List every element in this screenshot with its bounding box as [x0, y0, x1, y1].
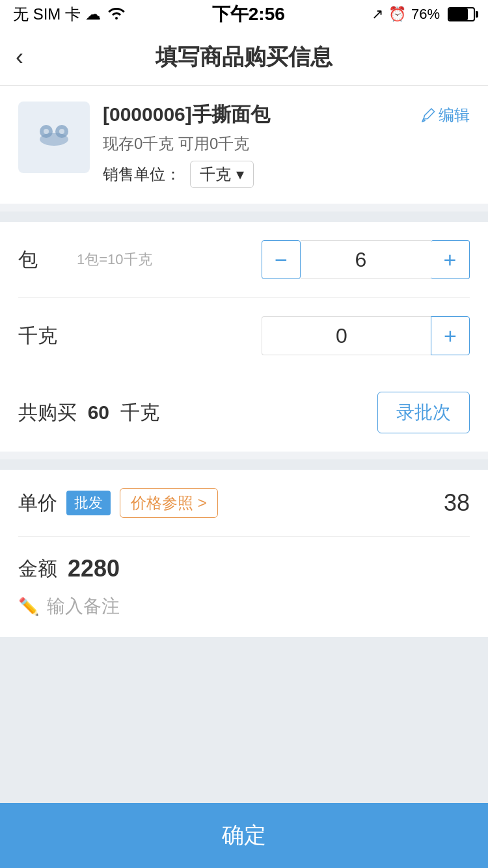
status-left: 无 SIM 卡 ☁ [13, 4, 126, 25]
product-unit-row: 销售单位： 千克 ▾ [103, 161, 470, 188]
unit-label: 销售单位： [103, 164, 181, 185]
remark-icon: ✏️ [18, 597, 39, 617]
amount-label: 金额 [18, 556, 57, 582]
amount-value: 2280 [68, 555, 120, 582]
svg-point-4 [59, 129, 64, 134]
status-right: ↗ ⏰ 76% [372, 6, 475, 23]
edit-label: 编辑 [439, 105, 470, 126]
product-thumbnail [18, 102, 90, 173]
input-section: 包 1包=10千克 − + 千克 + [0, 222, 488, 373]
nav-bar: ‹ 填写商品购买信息 [0, 29, 488, 86]
amount-row: 金额 2280 [18, 555, 470, 582]
remark-row[interactable]: ✏️ 输入备注 [18, 594, 470, 619]
amount-section: 金额 2280 ✏️ 输入备注 [0, 537, 488, 637]
unit-select[interactable]: 千克 ▾ [190, 161, 254, 188]
price-row: 单价 批发 价格参照 > 38 [18, 488, 470, 537]
bao-hint: 1包=10千克 [77, 250, 262, 269]
svg-point-2 [40, 133, 68, 146]
page-title: 填写商品购买信息 [156, 42, 332, 72]
alarm-icon: ⏰ [388, 6, 406, 23]
total-text: 共购买 60 千克 [18, 400, 159, 426]
total-label: 共购买 [18, 401, 77, 423]
wifi-icon [107, 5, 126, 23]
kg-plus-button[interactable]: + [431, 316, 470, 355]
sim-label: 无 SIM 卡 ☁ [13, 4, 101, 25]
total-row: 共购买 60 千克 录批次 [0, 373, 488, 452]
total-unit: 千克 [120, 401, 159, 423]
bao-label: 包 [18, 247, 70, 273]
kg-input-row: 千克 + [18, 298, 470, 373]
remark-placeholder: 输入备注 [47, 594, 120, 619]
price-label: 单价 [18, 490, 57, 517]
battery-percent: 76% [411, 6, 440, 23]
bao-minus-button[interactable]: − [262, 240, 301, 279]
confirm-label: 确定 [222, 821, 266, 850]
dropdown-icon: ▾ [236, 165, 244, 183]
batch-button[interactable]: 录批次 [377, 392, 470, 433]
unit-value: 千克 [200, 164, 231, 185]
total-amount: 60 [88, 401, 109, 423]
svg-point-3 [44, 129, 49, 134]
product-logo [34, 118, 74, 156]
kg-label: 千克 [18, 323, 70, 349]
status-time: 下午2:56 [212, 2, 285, 27]
edit-button[interactable]: 编辑 [422, 105, 470, 126]
divider-1 [0, 211, 488, 222]
product-name: [0000006]手撕面包 [103, 102, 270, 128]
location-icon: ↗ [372, 6, 383, 23]
confirm-button[interactable]: 确定 [0, 803, 488, 868]
kg-controls: + [262, 316, 470, 355]
product-card: [0000006]手撕面包 编辑 现存0千克 可用0千克 销售单位： 千克 ▾ [0, 86, 488, 204]
product-stock: 现存0千克 可用0千克 [103, 133, 470, 154]
price-value: 38 [444, 489, 470, 517]
battery-icon [448, 7, 475, 21]
bao-plus-button[interactable]: + [431, 240, 470, 279]
spacer [0, 637, 488, 803]
price-tag: 批发 [66, 491, 111, 515]
divider-2 [0, 459, 488, 470]
bao-input-row: 包 1包=10千克 − + [18, 222, 470, 298]
bao-controls: − + [262, 240, 470, 279]
product-info: [0000006]手撕面包 编辑 现存0千克 可用0千克 销售单位： 千克 ▾ [103, 102, 470, 188]
price-section: 单价 批发 价格参照 > 38 [0, 470, 488, 537]
price-ref-button[interactable]: 价格参照 > [120, 488, 218, 518]
bao-input[interactable] [301, 240, 431, 279]
kg-input[interactable] [262, 316, 431, 355]
status-bar: 无 SIM 卡 ☁ 下午2:56 ↗ ⏰ 76% [0, 0, 488, 29]
back-button[interactable]: ‹ [16, 44, 23, 71]
